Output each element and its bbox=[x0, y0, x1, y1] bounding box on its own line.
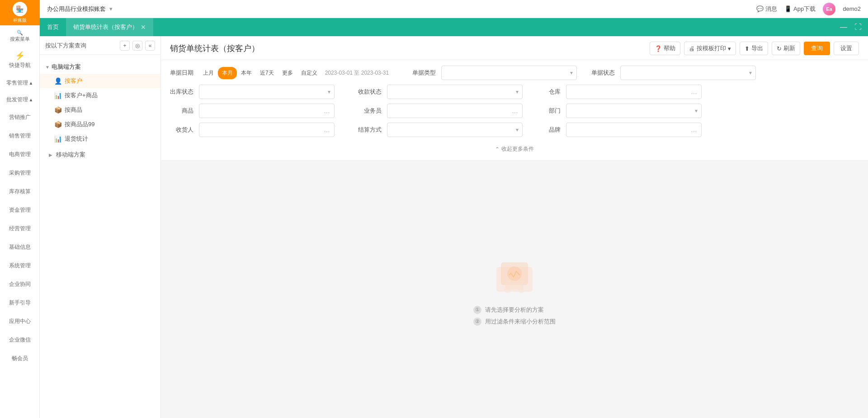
tab-home-label: 首页 bbox=[47, 23, 59, 31]
sidebar-item-label: 基础信息 bbox=[9, 243, 31, 251]
scheme-item-by-customer[interactable]: 👤 按客户 bbox=[40, 74, 160, 88]
goods-select[interactable]: … bbox=[199, 104, 335, 118]
refresh-button[interactable]: ↻ 刷新 bbox=[772, 42, 800, 55]
avatar-text: Ea bbox=[826, 6, 832, 12]
dept-label: 部门 bbox=[537, 107, 561, 115]
date-filter: 上月 本月 本年 近7天 更多 自定义 2023-03-01 至 2023-03… bbox=[199, 67, 389, 79]
chevron-down-icon: ▼ bbox=[45, 65, 50, 70]
sidebar-item-label: 快捷导航 bbox=[9, 62, 31, 69]
user-avatar[interactable]: Ea bbox=[823, 3, 835, 15]
content-area: 按以下方案查询 + ◎ « ▼ 电脑端方案 👤 按客户 bbox=[40, 36, 868, 418]
sidebar-item-marketing[interactable]: 营销推广 bbox=[0, 108, 39, 127]
scheme-group-pc: ▼ 电脑端方案 👤 按客户 📊 按客户+商品 📦 按商品 bbox=[40, 58, 160, 148]
settings-button[interactable]: 设置 bbox=[834, 42, 859, 55]
warehouse-select[interactable]: … bbox=[566, 85, 702, 99]
export-icon: ⬆ bbox=[745, 45, 750, 52]
template-print-button[interactable]: 🖨 按模板打印 ▾ bbox=[684, 42, 736, 55]
sidebar-item-basic[interactable]: 基础信息 bbox=[0, 238, 39, 256]
scheme-item-by-product[interactable]: 📦 按商品 bbox=[40, 103, 160, 117]
date-btn-this-year[interactable]: 本年 bbox=[237, 67, 256, 79]
tab-sales-stat[interactable]: 销货单统计表（按客户） ✕ bbox=[66, 18, 153, 36]
app-download-button[interactable]: 📱 App下载 bbox=[784, 5, 816, 13]
date-btn-last-month[interactable]: 上月 bbox=[199, 67, 218, 79]
settings-scheme-button[interactable]: ◎ bbox=[132, 41, 142, 51]
product-99-icon: 📦 bbox=[54, 121, 62, 128]
more-icon: … bbox=[691, 88, 698, 95]
sidebar-item-purchase[interactable]: 采购管理 bbox=[0, 164, 39, 182]
header-right: 💬 消息 📱 App下载 Ea demo2 bbox=[756, 3, 861, 15]
sidebar-item-finance[interactable]: 资金管理 bbox=[0, 201, 39, 219]
date-btn-more[interactable]: 更多 bbox=[278, 67, 297, 79]
tip-1-number: ① bbox=[473, 306, 481, 314]
sidebar-item-corp[interactable]: 企业协同 bbox=[0, 275, 39, 294]
chevron-down-icon: ▾ bbox=[728, 45, 731, 52]
scheme-section: ▼ 电脑端方案 👤 按客户 📊 按客户+商品 📦 按商品 bbox=[40, 55, 160, 165]
svg-point-5 bbox=[519, 288, 524, 293]
sidebar-item-label: 畅会员 bbox=[12, 355, 28, 362]
query-button[interactable]: 查询 bbox=[804, 42, 830, 55]
scheme-item-by-customer-product[interactable]: 📊 按客户+商品 bbox=[40, 88, 160, 103]
date-btn-7days[interactable]: 近7天 bbox=[256, 67, 278, 79]
scheme-group-mobile-header[interactable]: ▶ 移动端方案 bbox=[40, 148, 160, 162]
tip-1-text: 请先选择要分析的方案 bbox=[485, 306, 544, 314]
consignee-select[interactable]: … bbox=[199, 123, 335, 137]
empty-state-tips: ① 请先选择要分析的方案 ② 用过滤条件来缩小分析范围 bbox=[473, 306, 556, 326]
logo-icon: 🏪 bbox=[13, 2, 27, 16]
page-actions: ❓ 帮助 🖨 按模板打印 ▾ ⬆ 导出 ↻ 刷新 bbox=[650, 42, 859, 55]
chevron-down-icon: ▾ bbox=[516, 127, 519, 133]
app-download-label: App下载 bbox=[793, 5, 816, 13]
dropdown-icon[interactable]: ▾ bbox=[109, 5, 113, 12]
receipt-status-select[interactable]: ▾ bbox=[387, 85, 523, 99]
scheme-item-label: 退货统计 bbox=[65, 135, 88, 143]
salesperson-select[interactable]: … bbox=[387, 104, 523, 118]
sidebar-item-appcenter[interactable]: 应用中心 bbox=[0, 312, 39, 331]
sidebar-item-label: 应用中心 bbox=[9, 318, 31, 325]
add-scheme-button[interactable]: + bbox=[120, 41, 130, 51]
tab-maximize-button[interactable]: ⛶ bbox=[852, 21, 864, 33]
date-range-text: 2023-03-01 至 2023-03-31 bbox=[325, 69, 389, 77]
bill-status-select[interactable]: ▾ bbox=[620, 66, 756, 80]
sidebar-item-retail[interactable]: 零售管理 ▲ bbox=[0, 75, 39, 91]
message-button[interactable]: 💬 消息 bbox=[756, 5, 777, 13]
chevron-down-icon: ▾ bbox=[328, 89, 330, 95]
help-button[interactable]: ❓ 帮助 bbox=[650, 42, 680, 55]
tab-bar: 首页 销货单统计表（按客户） ✕ — ⛶ bbox=[40, 18, 868, 36]
sidebar-item-system[interactable]: 系统管理 bbox=[0, 256, 39, 275]
date-btn-this-month[interactable]: 本月 bbox=[218, 67, 237, 79]
out-status-select[interactable]: ▾ bbox=[199, 85, 335, 99]
sidebar-item-sales[interactable]: 销售管理 bbox=[0, 127, 39, 145]
collapse-panel-button[interactable]: « bbox=[145, 41, 155, 51]
collapse-filter-button[interactable]: ⌃ 收起更多条件 bbox=[170, 142, 859, 155]
sidebar-item-operation[interactable]: 经营管理 bbox=[0, 219, 39, 238]
svg-point-2 bbox=[507, 266, 522, 281]
sidebar-item-search[interactable]: 🔍 搜索菜单 bbox=[0, 25, 39, 45]
sidebar-item-wechat[interactable]: 企业微信 bbox=[0, 331, 39, 349]
chevron-right-icon: ▶ bbox=[49, 152, 52, 157]
scheme-item-refund[interactable]: 📊 退货统计 bbox=[40, 132, 160, 146]
more-icon: … bbox=[324, 126, 330, 133]
scheme-group-pc-label: 电脑端方案 bbox=[52, 63, 81, 71]
sidebar-item-inventory[interactable]: 库存核算 bbox=[0, 182, 39, 201]
sidebar-item-wholesale[interactable]: 批发管理 ▲ bbox=[0, 91, 39, 108]
sidebar-item-newbie[interactable]: 新手引导 bbox=[0, 294, 39, 312]
sidebar-item-ecom[interactable]: 电商管理 bbox=[0, 145, 39, 164]
tab-bar-actions: — ⛶ bbox=[837, 18, 868, 36]
tab-minimize-button[interactable]: — bbox=[837, 21, 850, 33]
sidebar-item-label: 销售管理 bbox=[9, 132, 31, 140]
dept-select[interactable]: ▾ bbox=[566, 104, 702, 118]
sidebar-item-quicknav[interactable]: ⚡ 快捷导航 bbox=[0, 45, 39, 75]
brand-select[interactable]: … bbox=[566, 123, 702, 137]
export-button[interactable]: ⬆ 导出 bbox=[740, 42, 768, 55]
tab-home[interactable]: 首页 bbox=[40, 18, 66, 36]
bill-type-select[interactable]: ▾ bbox=[441, 66, 577, 80]
consignee-label: 收货人 bbox=[170, 126, 193, 134]
page-header: 销货单统计表（按客户） ❓ 帮助 🖨 按模板打印 ▾ ⬆ 导出 bbox=[161, 36, 868, 60]
close-icon[interactable]: ✕ bbox=[141, 24, 146, 31]
sidebar-item-vip[interactable]: 畅会员 bbox=[0, 349, 39, 368]
chevron-up-icon: ▲ bbox=[29, 97, 33, 102]
date-btn-custom[interactable]: 自定义 bbox=[297, 67, 321, 79]
download-icon: 📱 bbox=[784, 5, 792, 12]
scheme-item-by-product-99[interactable]: 📦 按商品品99 bbox=[40, 117, 160, 132]
scheme-group-pc-header[interactable]: ▼ 电脑端方案 bbox=[40, 60, 160, 74]
settlement-select[interactable]: ▾ bbox=[387, 123, 523, 137]
